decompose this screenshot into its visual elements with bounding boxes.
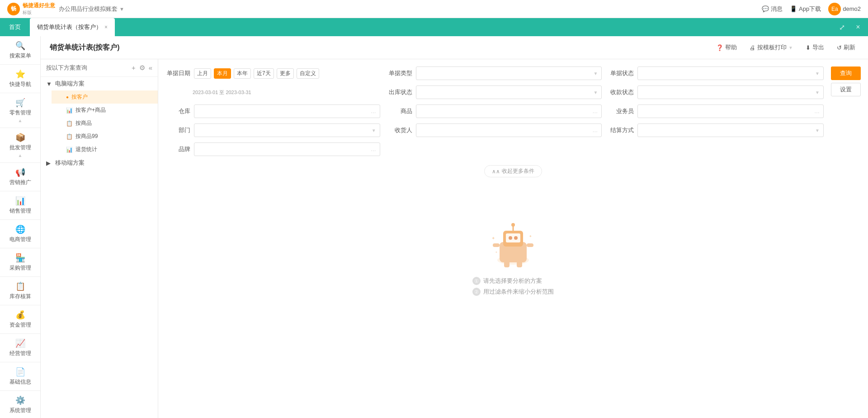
outbound-select[interactable]: ▼ — [416, 86, 602, 99]
sidebar-item-search-menu[interactable]: 🔍 搜索菜单 — [0, 36, 40, 65]
filter-date-row: 单据日期 上月 本月 本年 近7天 更多 自定义 — [165, 66, 380, 80]
query-btn[interactable]: 查询 — [831, 66, 861, 80]
doc-type-select[interactable]: ▼ — [416, 66, 602, 80]
sidebar-item-purchase[interactable]: 🏪 采购管理 — [0, 248, 40, 277]
sidebar-item-sales[interactable]: 📊 销售管理 — [0, 191, 40, 220]
filter-department-row: 部门 ▼ — [165, 124, 380, 137]
sidebar-item-system[interactable]: ⚙️ 系统管理 — [0, 391, 40, 418]
tab-sales-stats[interactable]: 销货单统计表（按客户） × — [30, 18, 115, 36]
sidebar-item-ecommerce[interactable]: 🌐 电商管理 — [0, 220, 40, 248]
last-month-btn[interactable]: 上月 — [194, 68, 211, 79]
stock-icon: 📋 — [15, 281, 25, 291]
print-btn[interactable]: 🖨 按模板打印 ▼ — [746, 42, 797, 53]
receipt-arrow-icon: ▼ — [815, 90, 820, 95]
avatar: Ea — [828, 3, 841, 15]
sidebar-item-marketing[interactable]: 📢 营销推广 — [0, 163, 40, 191]
last7days-btn[interactable]: 近7天 — [254, 68, 274, 79]
sidebar-item-wholesale[interactable]: 📦 批发管理 ▲ — [0, 128, 40, 163]
collapse-btn[interactable]: ∧∧ 收起更多条件 — [484, 165, 542, 177]
basic-icon: 📄 — [15, 367, 25, 377]
sidebar-item-stock[interactable]: 📋 库存核算 — [0, 277, 40, 305]
tree-desktop-node[interactable]: ▼ 电脑端方案 — [41, 77, 158, 90]
more-btn[interactable]: 更多 — [277, 68, 294, 79]
wholesale-arrow-icon: ▲ — [18, 153, 23, 158]
salesperson-input[interactable]: … — [637, 104, 824, 118]
sidebar-item-operation[interactable]: 📈 经营管理 — [0, 334, 40, 362]
refresh-btn[interactable]: ↺ 刷新 — [833, 42, 859, 53]
receipt-select[interactable]: ▼ — [637, 86, 824, 99]
tab-bar-right: ⤢ × — [835, 21, 868, 33]
message-btn[interactable]: 💬 消息 — [762, 5, 783, 13]
date-range-text: 2023-03-01 至 2023-03-31 — [193, 89, 251, 96]
help-icon: ❓ — [716, 44, 723, 51]
page-title: 销货单统计表(按客户) — [50, 43, 120, 52]
setting-btn[interactable]: 设置 — [831, 83, 861, 96]
sidebar-item-quick-nav[interactable]: ⭐ 快捷导航 — [0, 65, 40, 93]
marketing-icon: 📢 — [15, 167, 25, 177]
message-icon: 💬 — [762, 5, 769, 12]
left-panel: 按以下方案查询 + ⚙ « ▼ 电脑端方案 ● 按客户 — [41, 59, 158, 418]
system-icon: ⚙️ — [15, 395, 25, 405]
right-panel: 单据日期 上月 本月 本年 近7天 更多 自定义 — [158, 59, 868, 418]
tab-home[interactable]: 首页 — [0, 18, 30, 36]
svg-point-4 — [509, 236, 512, 240]
user-area[interactable]: Ea demo2 — [828, 3, 861, 15]
consignee-ellipsis: … — [592, 127, 598, 133]
settlement-select[interactable]: ▼ — [637, 124, 824, 137]
consignee-input[interactable]: … — [416, 124, 602, 137]
chart-icon: 📊 — [66, 107, 73, 114]
doc-status-select[interactable]: ▼ — [637, 66, 824, 80]
logo-area: 畅 畅捷通好生意 标版 — [7, 2, 55, 16]
app-download-btn[interactable]: 📱 App下载 — [790, 5, 821, 13]
filter-brand-row: 品牌 … — [165, 142, 380, 156]
tree-node-by-goods[interactable]: 📋 按商品 — [52, 117, 158, 130]
filter-row-1: 单据日期 上月 本月 本年 近7天 更多 自定义 — [165, 66, 861, 156]
desktop-toggle-icon: ▼ — [46, 81, 52, 87]
wholesale-icon: 📦 — [15, 133, 25, 142]
this-year-btn[interactable]: 本年 — [234, 68, 251, 79]
breadcrumb[interactable]: 办公用品行业模拟账套 ▼ — [59, 5, 124, 13]
department-select[interactable]: ▼ — [194, 124, 380, 137]
tree-node-by-goods-99[interactable]: 📋 按商品99 — [52, 130, 158, 143]
filter-actions: 查询 设置 — [831, 66, 861, 156]
filter-grid: 单据日期 上月 本月 本年 近7天 更多 自定义 — [165, 66, 824, 156]
sidebar-item-basic[interactable]: 📄 基础信息 — [0, 362, 40, 391]
sidebar: 🔍 搜索菜单 ⭐ 快捷导航 🛒 零售管理 ▲ 📦 批发管理 ▲ 📢 营销推广 📊… — [0, 36, 41, 418]
sidebar-item-finance[interactable]: 💰 资金管理 — [0, 305, 40, 334]
export-btn[interactable]: ⬇ 导出 — [802, 42, 828, 53]
tree-node-by-customer-goods[interactable]: 📊 按客户+商品 — [52, 104, 158, 117]
tab-close-btn[interactable]: × — [852, 21, 864, 33]
this-month-btn[interactable]: 本月 — [214, 68, 231, 79]
tree-mobile-node[interactable]: ▶ 移动端方案 — [41, 156, 158, 170]
desktop-node-label: 电脑端方案 — [55, 80, 85, 88]
main-layout: 🔍 搜索菜单 ⭐ 快捷导航 🛒 零售管理 ▲ 📦 批发管理 ▲ 📢 营销推广 📊… — [0, 36, 868, 418]
sidebar-item-retail[interactable]: 🛒 零售管理 ▲ — [0, 93, 40, 128]
add-scheme-btn[interactable]: + — [132, 64, 136, 72]
brand-input[interactable]: … — [194, 142, 380, 156]
empty-tip-1: ① 请先选择要分析的方案 — [472, 277, 554, 285]
custom-btn[interactable]: 自定义 — [297, 68, 319, 79]
filter-doc-status-row: 单据状态 ▼ — [609, 66, 824, 80]
goods-ellipsis: … — [592, 108, 598, 114]
filter-doc-type-row: 单据类型 ▼ — [387, 66, 602, 80]
collapse-panel-btn[interactable]: « — [149, 64, 152, 72]
tree-node-return-stats[interactable]: 📊 退货统计 — [52, 143, 158, 156]
warehouse-input[interactable]: … — [194, 104, 380, 118]
filter-consignee-row: 收货人 … — [387, 124, 602, 137]
filter-warehouse-row: 仓库 … — [165, 104, 380, 118]
tab-maximize-btn[interactable]: ⤢ — [835, 21, 848, 33]
brand-label: 品牌 — [165, 145, 190, 153]
refresh-icon: ↺ — [837, 44, 842, 51]
svg-rect-11 — [517, 261, 522, 267]
left-panel-actions: + ⚙ « — [132, 64, 152, 72]
tree-node-by-customer[interactable]: ● 按客户 — [52, 90, 158, 104]
list2-icon: 📋 — [66, 133, 73, 140]
tab-close-icon[interactable]: × — [104, 24, 108, 30]
settings-scheme-btn[interactable]: ⚙ — [139, 64, 145, 72]
goods-input[interactable]: … — [416, 104, 602, 118]
filter-outbound-row: 出库状态 ▼ — [387, 86, 602, 99]
help-btn[interactable]: ❓ 帮助 — [712, 42, 741, 53]
empty-tips: ① 请先选择要分析的方案 ② 用过滤条件来缩小分析范围 — [472, 277, 554, 296]
download-icon: 📱 — [790, 5, 797, 12]
filter-settlement-row: 结算方式 ▼ — [609, 124, 824, 137]
